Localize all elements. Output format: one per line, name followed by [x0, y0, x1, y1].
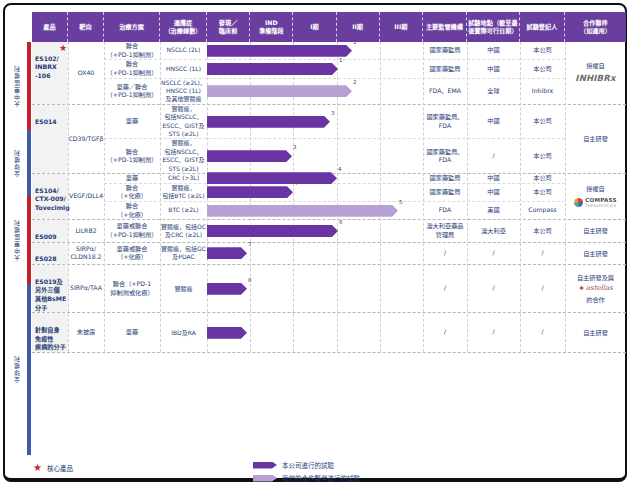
phase-bar-cell: 8: [207, 265, 423, 312]
footnote-number: 3: [331, 110, 335, 118]
header-partner: 合作夥伴 （如適用）: [565, 12, 626, 42]
inhibrx-logo: INHIBRx: [575, 72, 615, 85]
product-block-es009: ES009 LILRB2 單藥或聯合 （+PD-1抑制劑） 實體瘤，包括OC 及…: [32, 219, 626, 241]
phase-bar-cell: 2: [207, 79, 423, 104]
partner-prefix: 授權自: [586, 184, 605, 193]
pipeline-row: 聯合（+PD-1 抑制劑或化療） 實體瘤 8 / / /: [104, 265, 565, 312]
header-regulator: 主要監管機構: [423, 12, 467, 42]
compass-logo-text: COMPASS THERAPEUTICS: [585, 196, 617, 210]
indication-cell: 實體瘤，包括OC 及CRC (≥2L): [160, 220, 207, 241]
partner-cell: 授權自 INHIBRx: [565, 42, 626, 104]
trial-location-cell: 中國: [467, 184, 520, 201]
indication-cell: HNSCC (1L): [160, 60, 207, 77]
rights-label: 大中華區權利: [12, 196, 22, 284]
treatment-cell: 聯合 （+化療）: [104, 202, 160, 219]
product-name: ES102/ INBRX -106 ★: [32, 42, 68, 104]
partner-cell: 自主研發: [565, 220, 626, 241]
block-rows: 單藥或聯合 （+PD-1抑制劑） 實體瘤，包括OC 及CRC (≥2L) 6 澳…: [104, 220, 565, 241]
phase-progress-bar: [207, 283, 247, 295]
trial-location-cell: /: [467, 243, 520, 264]
trial-registrant-cell: 本公司: [520, 105, 565, 139]
pipeline-row: 單藥 IBD及RA / / /: [104, 313, 565, 352]
header-phase-preclinical: 發現／ 臨床前: [207, 12, 250, 42]
trial-location-cell: 中國: [467, 174, 520, 183]
trial-location-cell: /: [467, 313, 520, 352]
treatment-cell: 聯合 （+化療）: [104, 184, 160, 201]
footnote-number: 6: [339, 219, 343, 227]
target-cell: 未披露: [68, 313, 104, 352]
regulator-cell: 國家藥監局: [423, 60, 467, 77]
pipeline-row: 單藥 CRC (>3L) 4 國家藥監局 中國 本公司: [104, 174, 565, 183]
product-name-text: ES028: [35, 255, 57, 262]
partner-cell: 自主研發及與 ✶ astellas 的合作: [565, 265, 626, 312]
regulator-cell: 澳大利亞藥品 管理局: [423, 220, 467, 241]
indication-cell: 實體瘤: [160, 265, 207, 312]
header-phase-ind: IND 準備階段: [250, 12, 293, 42]
footnote-number: 7: [248, 241, 252, 249]
product-name: ES104/ CTX-009/ Tovecimig: [32, 174, 68, 219]
indication-cell: 實體瘤， 包括BTC (≥2L): [160, 184, 207, 201]
regulator-cell: FDA、EMA: [423, 79, 467, 104]
treatment-cell: 聯合（+PD-1 抑制劑或化療）: [104, 265, 160, 312]
target-cell: VEGF/DLL4: [68, 174, 104, 219]
block-rows: 單藥或聯合 （+化療） 實體瘤，包括GC 及PDAC 7 / / /: [104, 243, 565, 264]
phase-bar-cell: 4: [207, 174, 423, 183]
footnote-number: 1: [339, 57, 343, 65]
regulator-cell: 國家藥監局: [423, 174, 467, 183]
treatment-cell: 聯合 （+PD-1抑制劑）: [104, 139, 160, 173]
treatment-cell: 單藥: [104, 174, 160, 183]
product-block-autoimmune: 針對自身 免疫性 疾病的分子 未披露 單藥 IBD及RA / / /: [32, 312, 626, 352]
treatment-cell: 單藥: [104, 313, 160, 352]
footnote-number: 4: [294, 180, 298, 188]
trial-registrant-cell: 本公司: [520, 220, 565, 241]
phase-bar-cell: [207, 313, 423, 352]
phase-progress-bar: [207, 116, 330, 128]
regulator-cell: 國家藥監局: [423, 184, 467, 201]
pipeline-row: 聯合 （+PD-1抑制劑） HNSCC (1L) 1 國家藥監局 中國 本公司: [104, 59, 565, 77]
phase-progress-bar: [207, 205, 398, 217]
partner-collab-before: 自主研發及與: [577, 273, 614, 282]
partner-self-developed: 自主研發: [583, 134, 608, 143]
trial-location-cell: 中國: [467, 105, 520, 139]
indication-cell: 實體瘤， 包括NSCLC、 ESCC、GIST及 STS (≥2L): [160, 139, 207, 173]
legend-partner-trials: 我們的合作夥伴進行的試驗: [253, 473, 360, 483]
phase-bar-cell: 4: [207, 184, 423, 201]
regulator-cell: /: [423, 313, 467, 352]
indication-cell: NSCLC (≥2L)、 HNSCC (1L) 及其他實體瘤: [160, 79, 207, 104]
phase-bar-cell: 6: [207, 220, 423, 241]
partner-cell: 自主研發: [565, 105, 626, 173]
astellas-star-icon: ✶: [578, 285, 585, 293]
astellas-logo: ✶ astellas: [578, 283, 613, 294]
core-product-star-icon: ★: [33, 463, 42, 473]
phase-bar-cell: 7: [207, 243, 423, 264]
product-block-es019-bsme: ES019及 另外三個 其他BsME 分子 SIRPα/TAA 聯合（+PD-1…: [32, 264, 626, 312]
legend-trial-types: 本公司進行的試驗 我們的合作夥伴進行的試驗: [253, 460, 360, 483]
regulator-cell: 國家藥監局、 FDA: [423, 105, 467, 139]
pipeline-row: 單藥／聯合 （+PD-1抑制劑） NSCLC (≥2L)、 HNSCC (1L)…: [104, 78, 565, 104]
block-rows: 聯合 （+PD-1抑制劑） NSCLC (2L) 1 國家藥監局 中國 本公司 …: [104, 42, 565, 104]
trial-registrant-cell: /: [520, 265, 565, 312]
trial-registrant-cell: Inhibrx: [520, 79, 565, 104]
table-body: ES102/ INBRX -106 ★ OX40 聯合 （+PD-1抑制劑） N…: [32, 42, 626, 353]
indication-cell: NSCLC (2L): [160, 42, 207, 59]
footnote-number: 1: [353, 39, 357, 47]
product-name-text: ES009: [35, 233, 57, 240]
compass-logo: COMPASS THERAPEUTICS: [574, 196, 617, 210]
footnote-number: 2: [353, 79, 357, 87]
product-block-es102: ES102/ INBRX -106 ★ OX40 聯合 （+PD-1抑制劑） N…: [32, 42, 626, 104]
header-phase-2: II期: [337, 12, 380, 42]
indication-cell: IBD及RA: [160, 313, 207, 352]
product-name: ES028: [32, 243, 68, 264]
phase-progress-bar: [207, 327, 247, 339]
footnote-number: 5: [399, 199, 403, 207]
indication-cell: BTC (≥2L): [160, 202, 207, 219]
block-rows: 聯合（+PD-1 抑制劑或化療） 實體瘤 8 / / /: [104, 265, 565, 312]
phase-bar-cell: 3: [207, 139, 423, 173]
phase-bar-cell: 5: [207, 202, 423, 219]
partner-cell: 授權自 COMPASS THERAPEUTICS: [565, 174, 626, 219]
trial-location-cell: /: [467, 139, 520, 173]
legend-partner-trials-label: 我們的合作夥伴進行的試驗: [282, 473, 360, 483]
pipeline-row: 單藥或聯合 （+化療） 實體瘤，包括GC 及PDAC 7 / / /: [104, 243, 565, 264]
treatment-cell: 單藥或聯合 （+化療）: [104, 243, 160, 264]
product-block-es014: ES014 CD39/TGFβ 單藥 實體瘤， 包括NSCLC、 ESCC、GI…: [32, 104, 626, 173]
